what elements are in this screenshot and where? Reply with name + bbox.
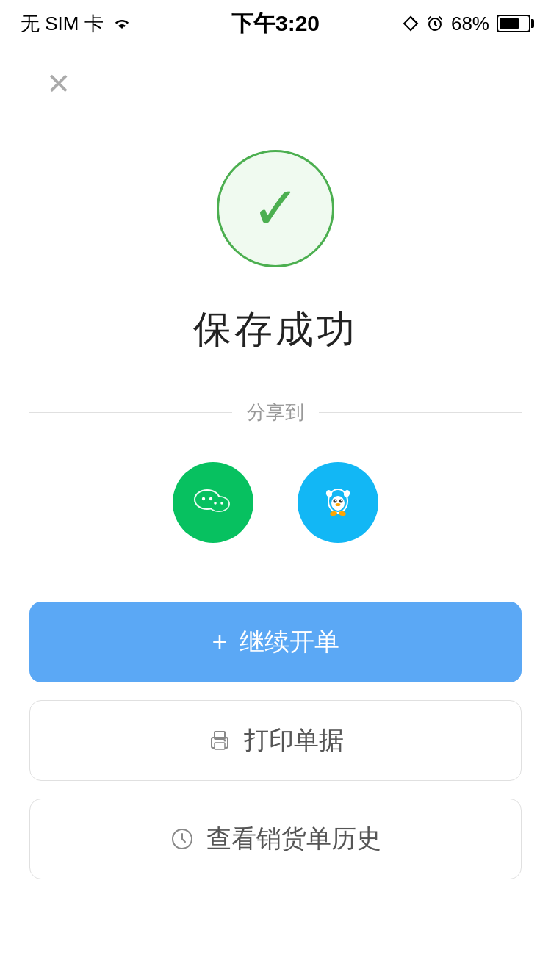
share-qq-button[interactable] [298,462,378,543]
success-circle: ✓ [217,150,334,267]
checkmark-icon: ✓ [251,179,300,238]
close-icon: ✕ [46,69,71,98]
success-title: 保存成功 [193,304,358,356]
svg-point-12 [334,500,337,503]
status-time: 下午3:20 [231,9,320,39]
alarm-icon [426,15,444,32]
svg-point-24 [224,740,226,742]
close-button[interactable]: ✕ [37,62,81,106]
share-section: 分享到 [29,400,522,543]
history-label: 查看销货单历史 [206,822,381,856]
divider-line-right [319,412,522,413]
status-bar: 无 SIM 卡 下午3:20 68% [0,0,551,47]
divider-line-left [29,412,232,413]
svg-point-8 [220,502,223,505]
continue-button[interactable]: + 继续开单 [29,602,522,682]
wifi-icon [111,15,133,32]
svg-point-13 [339,500,343,503]
print-button[interactable]: 打印单据 [29,700,522,781]
svg-point-15 [341,500,342,501]
signal-text: 无 SIM 卡 [21,11,104,37]
share-wechat-button[interactable] [173,462,253,543]
print-label: 打印单据 [244,724,344,757]
action-buttons: + 继续开单 打印单据 查看销货单历史 [29,602,522,879]
history-button[interactable]: 查看销货单历史 [29,799,522,879]
share-divider: 分享到 [29,400,522,425]
status-left: 无 SIM 卡 [21,11,133,37]
continue-icon: + [212,627,227,657]
svg-point-7 [214,502,217,505]
battery-percent: 68% [451,12,489,35]
svg-rect-22 [215,743,225,749]
battery-icon [497,15,530,32]
continue-label: 继续开单 [240,625,339,659]
history-icon [170,826,195,851]
status-right: 68% [403,12,530,35]
svg-point-14 [335,500,336,501]
svg-point-16 [336,503,341,506]
location-icon [403,15,419,32]
print-icon [207,728,232,753]
qq-icon [314,479,361,526]
svg-point-6 [209,497,212,500]
main-content: ✕ ✓ 保存成功 分享到 [0,47,551,980]
svg-point-5 [202,497,205,500]
share-icons-container [173,462,378,543]
wechat-icon [190,479,237,526]
share-label: 分享到 [247,400,304,425]
